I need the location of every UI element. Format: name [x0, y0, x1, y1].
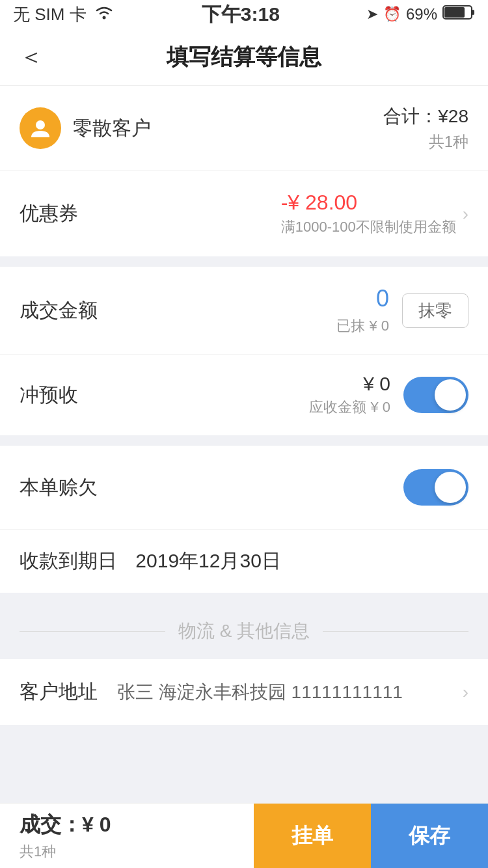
- chevron-right-icon: ›: [463, 204, 468, 224]
- customer-row: 零散客户 合计：¥28 共1种: [0, 86, 488, 170]
- coupon-label: 优惠券: [20, 200, 78, 227]
- save-button[interactable]: 保存: [371, 804, 488, 869]
- bottom-count: 共1种: [20, 842, 234, 861]
- debt-row: 本单赊欠: [0, 446, 488, 529]
- coupon-desc: 满1000-100不限制使用金额: [281, 217, 456, 237]
- due-date-label: 收款到期日: [20, 550, 117, 571]
- svg-point-0: [102, 16, 105, 19]
- debt-section: 本单赊欠 收款到期日 2019年12月30日: [0, 446, 488, 593]
- svg-rect-3: [444, 7, 465, 18]
- battery-label: 69%: [406, 5, 437, 23]
- address-section: 客户地址 张三 海淀永丰科技园 11111111111 ›: [0, 659, 488, 725]
- toggle-knob: [435, 379, 466, 411]
- bottom-bar: 成交：¥ 0 共1种 挂单 保存: [0, 803, 488, 868]
- logistics-divider: 物流 & 其他信息: [0, 603, 488, 659]
- bottom-summary: 成交：¥ 0 共1种: [0, 811, 254, 861]
- bottom-deal-value: ¥ 0: [82, 813, 111, 836]
- location-icon: ➤: [366, 6, 378, 23]
- logistics-label: 物流 & 其他信息: [178, 619, 310, 644]
- debt-toggle-knob: [435, 472, 466, 503]
- battery-icon: [442, 4, 475, 25]
- deal-amount-value[interactable]: 0: [336, 285, 389, 312]
- deal-amount-row: 成交金额 0 已抹 ¥ 0 抹零: [0, 267, 488, 355]
- page-title: 填写结算等信息: [167, 42, 321, 72]
- customer-name: 零散客户: [73, 115, 151, 142]
- deal-section: 成交金额 0 已抹 ¥ 0 抹零 冲预收 ¥ 0 应收金额 ¥ 0: [0, 267, 488, 435]
- customer-section: 零散客户 合计：¥28 共1种 优惠券 -¥ 28.00 满1000-100不限…: [0, 86, 488, 256]
- address-label: 客户地址: [20, 679, 98, 705]
- prepayment-label: 冲预收: [20, 382, 78, 409]
- carrier-label: 无 SIM 卡: [13, 3, 87, 26]
- prepayment-sub: 应收金额 ¥ 0: [309, 398, 390, 417]
- coupon-discount: -¥ 28.00: [281, 191, 456, 215]
- address-chevron-icon: ›: [463, 682, 468, 703]
- deal-amount-label: 成交金额: [20, 297, 98, 324]
- address-row[interactable]: 客户地址 张三 海淀永丰科技园 11111111111 ›: [0, 659, 488, 725]
- total-amount: 合计：¥28: [383, 104, 468, 129]
- coupon-row[interactable]: 优惠券 -¥ 28.00 满1000-100不限制使用金额 ›: [0, 170, 488, 256]
- debt-label: 本单赊欠: [20, 474, 98, 501]
- due-date-row: 收款到期日 2019年12月30日: [0, 529, 488, 593]
- pending-button[interactable]: 挂单: [254, 804, 371, 869]
- time-label: 下午3:18: [202, 1, 280, 28]
- debt-toggle[interactable]: [403, 469, 468, 506]
- svg-point-4: [36, 120, 45, 129]
- total-count: 共1种: [383, 131, 468, 152]
- wifi-icon: [93, 5, 115, 25]
- prepayment-row: 冲预收 ¥ 0 应收金额 ¥ 0: [0, 355, 488, 435]
- svg-rect-2: [472, 10, 474, 15]
- address-value: 张三 海淀永丰科技园 11111111111: [117, 680, 463, 705]
- deal-amount-sub: 已抹 ¥ 0: [336, 316, 389, 336]
- avatar: [20, 107, 61, 149]
- due-date-value: 2019年12月30日: [135, 550, 280, 571]
- bottom-deal-label: 成交：¥ 0: [20, 811, 234, 839]
- back-button[interactable]: ＜: [20, 34, 49, 79]
- alarm-icon: ⏰: [383, 6, 401, 23]
- round-zero-button[interactable]: 抹零: [402, 293, 468, 328]
- status-bar: 无 SIM 卡 下午3:18 ➤ ⏰ 69%: [0, 0, 488, 29]
- prepayment-toggle[interactable]: [403, 377, 468, 413]
- nav-bar: ＜ 填写结算等信息: [0, 29, 488, 86]
- prepayment-value: ¥ 0: [309, 373, 390, 395]
